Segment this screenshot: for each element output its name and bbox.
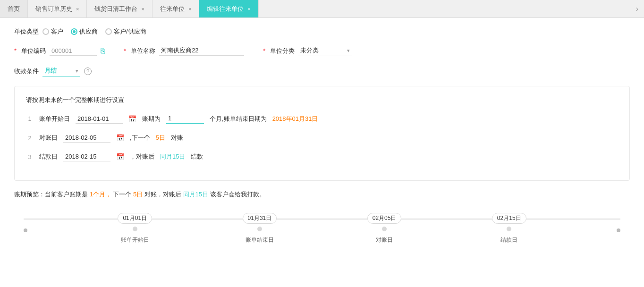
timeline-node-3: 02月05日 对账日 [367,213,402,244]
timeline-nodes: 01月01日 账单开始日 01月31日 账单结束日 02月05日 对账日 02月… [24,213,620,244]
radio-customer[interactable]: 客户 [42,27,63,36]
preview-middle2: 对账，对账后 [144,191,181,198]
unit-code-star: * [14,47,17,54]
timeline-dot-4 [507,227,511,231]
copy-icon[interactable]: ⎘ [101,47,105,55]
timeline-badge-4: 02月15日 [492,213,526,224]
period-row-3: 3 结款日 📅 ，对账后 同月15日 结款 [26,152,618,161]
tab-sales-order-history-label: 销售订单历史 [35,5,72,13]
timeline-label-2: 账单结束日 [246,236,274,244]
preview-prefix: 账期预览：当前客户账期是 [14,191,88,198]
timeline-end-dot [617,228,620,232]
main-content: 单位类型 客户 供应商 客户/供应商 * 单位编码 [0,18,644,287]
unit-classify-arrow-icon: ▾ [347,48,350,54]
unit-classify-group: * 单位分类 未分类 ▾ [263,45,352,56]
unit-classify-dropdown[interactable]: 未分类 ▾ [298,45,352,56]
period-value-input[interactable] [166,114,204,124]
period-box: 请按照未来的一个完整帐期进行设置 1 账单开始日 📅 账期为 个月,账单结束日期… [14,86,630,181]
payment-condition-label: 收款条件 [14,67,39,76]
unit-info-row: * 单位编码 ⎘ * 单位名称 * 单位分类 未分类 ▾ [14,45,630,56]
unit-classify-star: * [263,47,265,54]
period-row-2: 2 对账日 📅 ,下一个 5日 对账 [26,133,618,143]
timeline-dot-3 [382,227,387,231]
start-date-input[interactable] [76,114,123,124]
unit-type-label: 单位类型 [14,27,39,36]
unit-name-star: * [124,47,126,54]
timeline-badge-3: 02月05日 [367,213,402,224]
period-label-2: 对账日 [39,134,58,142]
tab-sales-order-history-close[interactable]: × [76,6,79,12]
reconcile-date-input[interactable] [63,133,110,143]
tab-home-label: 首页 [8,5,20,13]
unit-classify-label: 单位分类 [270,47,295,55]
tab-cash-work[interactable]: 钱货日清工作台 × [87,0,152,17]
payment-date-input[interactable] [63,152,110,161]
payment-desc-prefix: ，对账后 [130,152,154,161]
tab-edit-partner[interactable]: 编辑往来单位 × [199,0,258,17]
payment-condition-value: 月结 [44,67,57,75]
reconcile-desc-suffix: 对账 [171,134,183,142]
tab-cash-work-label: 钱货日清工作台 [94,5,137,13]
timeline-node-1: 01月01日 账单开始日 [118,213,152,244]
radio-supplier[interactable]: 供应商 [71,27,98,36]
tab-partner[interactable]: 往来单位 × [153,0,199,17]
radio-both-label: 客户/供应商 [114,27,146,36]
reconcile-desc-prefix: ,下一个 [130,134,150,142]
timeline: 01月01日 账单开始日 01月31日 账单结束日 02月05日 对账日 02月… [14,208,630,249]
timeline-node-2: 01月31日 账单结束日 [243,213,277,244]
reconcile-desc-highlight: 5日 [156,134,165,142]
unit-type-group: 单位类型 客户 供应商 客户/供应商 [14,27,146,36]
radio-customer-circle [42,28,49,35]
tab-cash-work-close[interactable]: × [141,6,144,12]
period-label-3: 结款日 [39,152,58,161]
timeline-dot-2 [257,227,262,231]
preview-section: 账期预览：当前客户账期是 1个月， 下一个 5日 对账，对账后 同月15日 该客… [14,190,630,199]
start-date-calendar-icon[interactable]: 📅 [128,115,136,123]
tab-partner-close[interactable]: × [188,6,191,12]
unit-name-label: 单位名称 [131,47,155,55]
tab-home[interactable]: 首页 [0,0,28,17]
period-label-1: 账单开始日 [39,115,70,123]
tab-more-button[interactable]: › [630,0,644,17]
radio-supplier-circle [71,28,77,35]
period-row-1: 1 账单开始日 📅 账期为 个月,账单结束日期为 2018年01月31日 [26,114,618,124]
payment-desc-highlight: 同月15日 [160,152,185,161]
preview-middle: 下一个 [113,191,131,198]
tab-partner-label: 往来单位 [160,5,185,13]
unit-name-input[interactable] [159,46,244,56]
timeline-label-1: 账单开始日 [121,236,149,244]
unit-type-radio-group: 客户 供应商 客户/供应商 [42,27,146,36]
radio-customer-label: 客户 [51,27,63,36]
payment-condition-arrow-icon: ▾ [76,68,78,74]
unit-code-input[interactable] [50,46,97,56]
unit-classify-value: 未分类 [300,46,319,55]
reconcile-date-calendar-icon[interactable]: 📅 [116,134,124,142]
timeline-dot-1 [133,227,137,231]
period-end-date: 2018年01月31日 [272,115,318,123]
tab-sales-order-history[interactable]: 销售订单历史 × [28,0,87,17]
unit-name-group: * 单位名称 [124,46,244,56]
radio-both[interactable]: 客户/供应商 [105,27,146,36]
payment-condition-dropdown[interactable]: 月结 ▾ [42,66,80,76]
timeline-badge-2: 01月31日 [243,213,277,224]
radio-both-circle [105,28,112,35]
radio-supplier-label: 供应商 [79,27,98,36]
timeline-node-4: 02月15日 结款日 [492,213,526,244]
period-num-3: 3 [26,153,34,160]
timeline-badge-1: 01月01日 [118,213,152,224]
period-suffix: 个月,账单结束日期为 [210,115,267,123]
period-hint: 请按照未来的一个完整帐期进行设置 [26,96,618,104]
preview-suffix: 该客户会给我打款。 [210,191,265,198]
payment-condition-row: 收款条件 月结 ▾ ? [14,66,630,76]
tab-edit-partner-close[interactable]: × [247,6,250,12]
help-icon[interactable]: ? [84,68,92,75]
payment-desc-suffix: 结款 [191,152,203,161]
unit-code-group: * 单位编码 ⎘ [14,46,105,56]
unit-code-label: 单位编码 [21,47,46,55]
timeline-start-dot [24,228,27,232]
unit-type-row: 单位类型 客户 供应商 客户/供应商 [14,27,630,36]
timeline-label-3: 对账日 [376,236,393,244]
payment-date-calendar-icon[interactable]: 📅 [116,153,124,160]
period-prefix: 账期为 [142,115,161,123]
tab-edit-partner-label: 编辑往来单位 [207,5,244,13]
